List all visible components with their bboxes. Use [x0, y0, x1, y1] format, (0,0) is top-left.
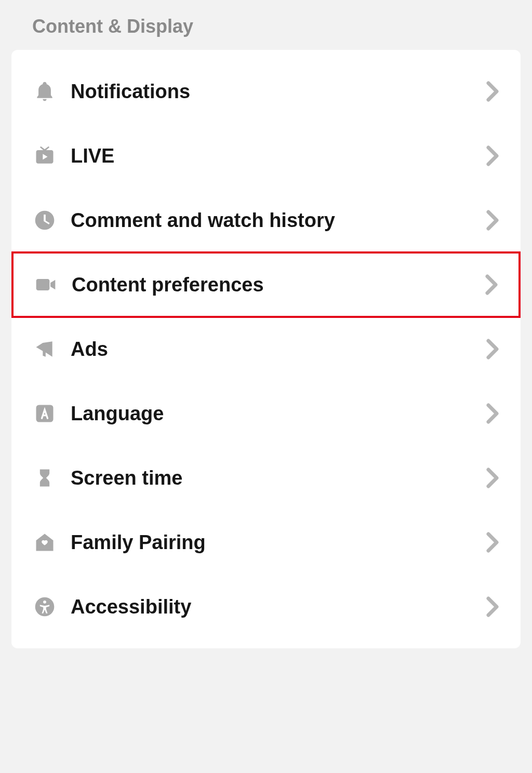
menu-item-label: Screen time — [71, 467, 486, 489]
letter-a-icon — [33, 402, 56, 425]
svg-point-2 — [43, 601, 46, 604]
settings-card: Notifications LIVE Comment and watch his… — [11, 50, 521, 648]
chevron-right-icon — [486, 596, 499, 617]
menu-item-family-pairing[interactable]: Family Pairing — [11, 510, 521, 575]
section-header: Content & Display — [0, 0, 532, 50]
chevron-right-icon — [486, 468, 499, 488]
accessibility-icon — [33, 595, 56, 618]
menu-item-notifications[interactable]: Notifications — [11, 59, 521, 124]
menu-item-screen-time[interactable]: Screen time — [11, 446, 521, 510]
menu-item-accessibility[interactable]: Accessibility — [11, 575, 521, 639]
menu-item-label: Family Pairing — [71, 531, 486, 554]
menu-item-label: Notifications — [71, 81, 486, 103]
video-camera-icon — [34, 273, 57, 296]
chevron-right-icon — [486, 339, 499, 359]
menu-item-ads[interactable]: Ads — [11, 317, 521, 381]
chevron-right-icon — [486, 210, 499, 231]
megaphone-icon — [33, 338, 56, 361]
menu-item-comment-watch-history[interactable]: Comment and watch history — [11, 188, 521, 252]
menu-item-label: LIVE — [71, 145, 486, 167]
home-heart-icon — [33, 531, 56, 554]
menu-item-live[interactable]: LIVE — [11, 124, 521, 188]
menu-item-label: Ads — [71, 338, 486, 361]
chevron-right-icon — [486, 532, 499, 553]
clock-icon — [33, 209, 56, 232]
menu-item-label: Accessibility — [71, 596, 486, 618]
live-tv-icon — [33, 144, 56, 167]
chevron-right-icon — [486, 403, 499, 424]
chevron-right-icon — [486, 145, 499, 166]
hourglass-icon — [33, 467, 56, 489]
menu-item-label: Content preferences — [72, 274, 485, 296]
menu-item-language[interactable]: Language — [11, 381, 521, 446]
chevron-right-icon — [485, 274, 498, 295]
menu-item-content-preferences[interactable]: Content preferences — [12, 252, 520, 317]
bell-icon — [33, 80, 56, 103]
menu-item-label: Language — [71, 403, 486, 425]
menu-item-label: Comment and watch history — [71, 209, 486, 232]
chevron-right-icon — [486, 81, 499, 102]
